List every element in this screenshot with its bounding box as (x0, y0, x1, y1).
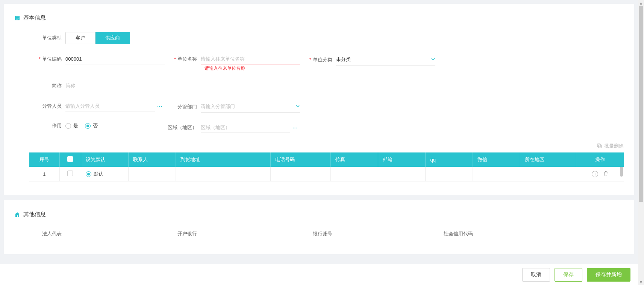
th-area: 所在地区 (520, 152, 576, 167)
label-bank: 开户银行 (165, 230, 201, 237)
input-social-credit[interactable] (477, 229, 571, 239)
unit-category-value: 未分类 (336, 56, 351, 63)
unit-type-supplier[interactable]: 供应商 (95, 32, 130, 44)
label-assigned-dept: 分管部门 (165, 104, 201, 110)
table-row: 1 默认 (29, 167, 624, 181)
footer-bar: 取消 保存 保存并新增 (0, 264, 638, 285)
scrollbar-up-icon[interactable]: ▲ (638, 0, 644, 6)
save-and-new-button[interactable]: 保存并新增 (587, 268, 630, 282)
th-checkbox (59, 152, 81, 167)
row-short-name: 简称 (29, 81, 624, 91)
input-region[interactable] (201, 122, 290, 133)
cell-address[interactable] (176, 167, 271, 181)
chevron-down-icon (431, 57, 435, 62)
cell-seq: 1 (29, 167, 59, 181)
page-scrollbar[interactable]: ▲ ▼ (638, 0, 644, 285)
svg-rect-5 (599, 145, 602, 148)
th-address: 到货地址 (176, 152, 271, 167)
add-row-icon[interactable]: + (592, 171, 598, 177)
contacts-table-wrap: 序号 设为默认 联系人 到货地址 电话号码 传真 邮箱 qq 微信 所在地区 (29, 152, 624, 181)
save-button[interactable]: 保存 (555, 268, 582, 282)
cell-ops: + (576, 167, 624, 181)
cell-default: 默认 (81, 167, 128, 181)
unit-type-customer[interactable]: 客户 (65, 32, 95, 44)
table-header-row: 序号 设为默认 联系人 到货地址 电话号码 传真 邮箱 qq 微信 所在地区 (29, 152, 624, 167)
input-unit-code[interactable] (65, 54, 165, 64)
form-icon (14, 15, 20, 21)
row-code-name-cat: *单位编码 *单位名称 请输入往来单位名称 *单位分类 未分类 (29, 54, 624, 66)
th-phone: 电话号码 (271, 152, 331, 167)
error-unit-name: 请输入往来单位名称 (205, 65, 245, 72)
row-unit-type: 单位类型 客户 供应商 (29, 32, 624, 44)
row-checkbox[interactable] (67, 171, 73, 176)
cancel-button[interactable]: 取消 (522, 268, 550, 282)
basic-form-body: 单位类型 客户 供应商 *单位编码 *单位名称 (14, 32, 624, 181)
label-social-credit: 社会信用代码 (435, 230, 477, 237)
th-contact: 联系人 (128, 152, 176, 167)
other-info-header: 其他信息 (14, 211, 624, 218)
chevron-down-icon (295, 104, 300, 110)
label-disabled: 停用 (29, 122, 65, 129)
row-default-radio[interactable]: 默认 (86, 171, 103, 177)
svg-rect-4 (597, 144, 600, 147)
disabled-no[interactable]: 否 (85, 122, 98, 129)
cell-wechat[interactable] (473, 167, 520, 181)
building-icon (14, 212, 20, 218)
input-bank[interactable] (201, 229, 300, 239)
th-qq: qq (426, 152, 473, 167)
th-default: 设为默认 (81, 152, 128, 167)
row-assigned: 分管人员 ··· 分管部门 请输入分管部门 (29, 101, 624, 113)
copy-icon (597, 143, 602, 149)
scrollbar-thumb[interactable] (639, 6, 643, 202)
form-scroll-area[interactable]: 基本信息 单位类型 客户 供应商 *单位编码 (0, 0, 638, 260)
other-info-title: 其他信息 (23, 211, 46, 218)
label-bank-account: 银行账号 (300, 230, 336, 237)
svg-rect-6 (17, 215, 18, 217)
page-root: 基本信息 单位类型 客户 供应商 *单位编码 (0, 0, 644, 285)
select-unit-category[interactable]: 未分类 (336, 54, 435, 66)
basic-info-card: 基本信息 单位类型 客户 供应商 *单位编码 (4, 4, 634, 195)
row-other-1: 法人代表 开户银行 银行账号 社会信用代码 (29, 229, 624, 239)
cell-phone[interactable] (271, 167, 331, 181)
label-unit-category: *单位分类 (300, 56, 336, 63)
cell-email[interactable] (378, 167, 426, 181)
input-bank-account[interactable] (336, 229, 435, 239)
lookup-region-icon[interactable]: ··· (290, 125, 300, 131)
disabled-yes[interactable]: 是 (65, 122, 78, 129)
lookup-person-icon[interactable]: ··· (155, 104, 165, 109)
label-region: 区域（地区） (165, 124, 201, 131)
input-unit-name[interactable] (201, 54, 300, 64)
th-seq: 序号 (29, 152, 59, 167)
th-wechat: 微信 (473, 152, 520, 167)
input-short-name[interactable] (65, 81, 165, 91)
cell-area[interactable] (520, 167, 576, 181)
delete-row-icon[interactable] (603, 171, 608, 177)
assigned-dept-placeholder: 请输入分管部门 (201, 103, 235, 110)
header-checkbox[interactable] (67, 156, 73, 162)
label-short-name: 简称 (29, 82, 65, 89)
input-legal-rep[interactable] (65, 229, 165, 239)
other-form-body: 法人代表 开户银行 银行账号 社会信用代码 (14, 229, 624, 239)
cell-qq[interactable] (426, 167, 473, 181)
svg-rect-2 (16, 18, 19, 18)
label-unit-type: 单位类型 (29, 35, 65, 41)
cell-contact[interactable] (128, 167, 176, 181)
disabled-radio-group: 是 否 (65, 122, 98, 129)
cell-checkbox (59, 167, 81, 181)
row-disabled-region: 停用 是 否 区域（地区） (29, 122, 624, 133)
input-assigned-person[interactable] (65, 101, 155, 111)
label-legal-rep: 法人代表 (29, 230, 65, 237)
unit-type-toggle: 客户 供应商 (65, 32, 130, 44)
contacts-table: 序号 设为默认 联系人 到货地址 电话号码 传真 邮箱 qq 微信 所在地区 (29, 152, 624, 181)
label-unit-code: *单位编码 (29, 56, 65, 62)
th-email: 邮箱 (378, 152, 426, 167)
svg-rect-1 (16, 17, 19, 17)
cell-fax[interactable] (331, 167, 378, 181)
select-assigned-dept[interactable]: 请输入分管部门 (201, 101, 300, 113)
svg-rect-3 (16, 19, 18, 19)
label-assigned-person: 分管人员 (29, 103, 65, 110)
other-info-card: 其他信息 法人代表 开户银行 银行账号 (4, 200, 634, 254)
scrollbar-down-icon[interactable]: ▼ (638, 279, 644, 285)
table-mini-scrollbar[interactable] (620, 167, 623, 177)
batch-delete-button[interactable]: 批量删除 (29, 143, 624, 149)
